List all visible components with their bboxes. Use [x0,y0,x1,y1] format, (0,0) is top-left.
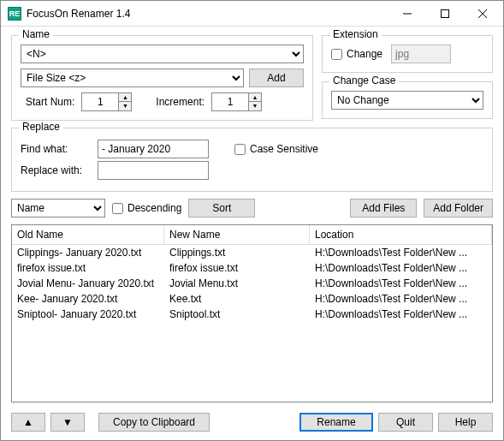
title-bar: RE FocusOn Renamer 1.4 [1,1,503,27]
find-what-input[interactable] [98,140,209,158]
cell-location: H:\Downloads\Test Folder\New ... [310,260,492,276]
help-button[interactable]: Help [438,413,493,432]
col-header-old-name[interactable]: Old Name [12,225,164,244]
replace-group-title: Replace [19,121,63,133]
arrow-down-icon: ▼ [62,416,73,428]
col-header-location[interactable]: Location [310,225,492,244]
maximize-button[interactable] [426,2,464,26]
replace-groupbox: Replace Find what: Case Sensitive Replac… [11,128,493,192]
name-groupbox: Name <N> File Size <z> Add Start Num: ▲ [11,35,313,121]
cell-old-name: Clippings- January 2020.txt [12,245,164,260]
replace-with-label: Replace with: [21,164,89,176]
descending-checkbox[interactable] [112,203,123,214]
move-up-button[interactable]: ▲ [11,413,45,432]
cell-new-name: Kee.txt [164,291,310,307]
rename-button[interactable]: Rename [299,413,373,432]
move-down-button[interactable]: ▼ [50,413,85,432]
cell-old-name: Kee- January 2020.txt [12,291,164,307]
criteria-select[interactable]: File Size <z> [21,69,244,87]
close-button[interactable] [464,2,501,26]
change-case-title: Change Case [329,74,399,86]
name-group-title: Name [19,28,53,40]
copy-clipboard-button[interactable]: Copy to Clipboard [98,413,210,432]
case-sensitive-checkbox-wrap[interactable]: Case Sensitive [234,143,318,155]
sort-button[interactable]: Sort [188,199,255,218]
cell-old-name: firefox issue.txt [12,260,164,276]
start-num-label: Start Num: [26,96,74,108]
case-sensitive-checkbox[interactable] [234,144,246,155]
listview-header: Old Name New Name Location [12,225,492,245]
file-listview[interactable]: Old Name New Name Location Clippings- Ja… [11,224,493,402]
increment-up-icon[interactable]: ▲ [249,93,261,102]
add-folder-button[interactable]: Add Folder [424,199,493,218]
table-row[interactable]: Kee- January 2020.txtKee.txtH:\Downloads… [12,291,492,307]
increment-input[interactable] [211,92,249,111]
minimize-button[interactable] [388,2,426,26]
sort-by-select[interactable]: Name [11,199,105,218]
extension-group-title: Extension [329,28,382,40]
name-pattern-select[interactable]: <N> [21,45,304,63]
extension-groupbox: Extension Change [322,35,493,73]
change-ext-checkbox-wrap[interactable]: Change [331,48,382,60]
change-ext-checkbox[interactable] [331,49,342,60]
descending-checkbox-wrap[interactable]: Descending [112,202,181,214]
start-num-input[interactable] [81,92,119,111]
start-num-up-icon[interactable]: ▲ [119,93,131,102]
change-ext-label: Change [347,48,382,60]
arrow-up-icon: ▲ [23,416,33,428]
quit-button[interactable]: Quit [378,413,433,432]
increment-down-icon[interactable]: ▼ [249,102,261,110]
col-header-new-name[interactable]: New Name [164,225,310,244]
cell-location: H:\Downloads\Test Folder\New ... [310,245,492,260]
table-row[interactable]: firefox issue.txtfirefox issue.txtH:\Dow… [12,260,492,276]
case-sensitive-label: Case Sensitive [250,143,318,155]
find-what-label: Find what: [21,143,89,155]
change-case-groupbox: Change Case No Change [322,81,493,119]
cell-old-name: Jovial Menu- January 2020.txt [12,276,164,291]
window-title: FocusOn Renamer 1.4 [27,8,388,20]
cell-new-name: Sniptool.txt [164,307,310,322]
add-criteria-button[interactable]: Add [249,69,304,87]
increment-label: Increment: [156,96,205,108]
change-case-select[interactable]: No Change [331,91,483,110]
cell-new-name: Jovial Menu.txt [164,276,310,291]
cell-location: H:\Downloads\Test Folder\New ... [310,291,492,307]
svg-rect-1 [442,9,449,17]
descending-label: Descending [127,202,181,214]
start-num-down-icon[interactable]: ▼ [119,102,131,110]
cell-new-name: firefox issue.txt [164,260,310,276]
cell-old-name: Sniptool- January 2020.txt [12,307,164,322]
table-row[interactable]: Sniptool- January 2020.txtSniptool.txtH:… [12,307,492,322]
table-row[interactable]: Clippings- January 2020.txtClippings.txt… [12,245,492,260]
add-files-button[interactable]: Add Files [350,199,417,218]
cell-new-name: Clippings.txt [164,245,310,260]
cell-location: H:\Downloads\Test Folder\New ... [310,276,492,291]
table-row[interactable]: Jovial Menu- January 2020.txtJovial Menu… [12,276,492,291]
extension-input[interactable] [391,45,451,63]
app-icon: RE [8,7,21,21]
cell-location: H:\Downloads\Test Folder\New ... [310,307,492,322]
replace-with-input[interactable] [98,161,209,180]
